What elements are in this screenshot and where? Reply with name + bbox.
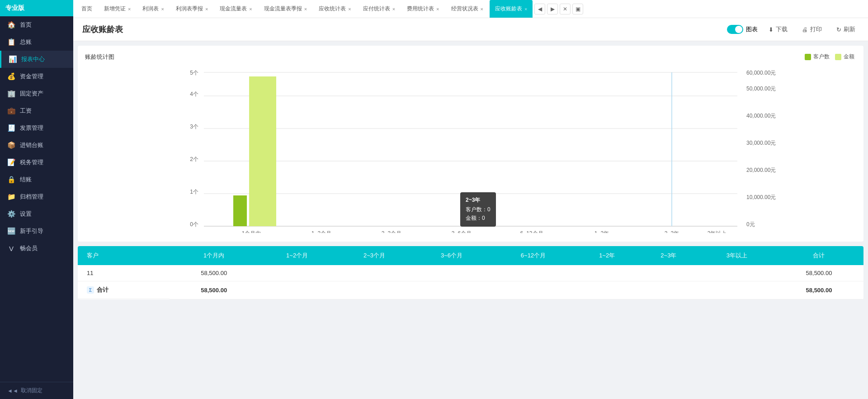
sidebar-item-assets[interactable]: 🏢固定资产: [0, 85, 73, 102]
th-1m: 1个月内: [170, 246, 259, 265]
download-btn[interactable]: ⬇ 下载: [765, 24, 791, 35]
sidebar-item-invoice[interactable]: 🧾发票管理: [0, 119, 73, 137]
tab-close-icon[interactable]: ×: [205, 6, 208, 12]
svg-text:2个: 2个: [190, 156, 198, 162]
svg-text:1个: 1个: [190, 189, 198, 195]
sidebar-item-label: 报表中心: [21, 55, 45, 63]
tab-close-icon[interactable]: ×: [348, 6, 351, 12]
tab-profit[interactable]: 利润表×: [137, 0, 169, 18]
tab-cashflow[interactable]: 现金流量表×: [214, 0, 257, 18]
chart-legend: 客户数 金额: [805, 53, 854, 61]
svg-text:60,000.00元: 60,000.00元: [746, 70, 776, 76]
sidebar-item-vip[interactable]: V畅会员: [0, 240, 73, 257]
vip-icon: V: [7, 245, 15, 252]
tab-close-icon[interactable]: ×: [436, 6, 439, 12]
tab-close-icon[interactable]: ×: [249, 6, 252, 12]
invoice-icon: 🧾: [7, 124, 15, 132]
sidebar-item-label: 税务管理: [20, 158, 43, 166]
chart-area: 账龄统计图 客户数 金额 0个 1个 2个 3个 4个: [78, 46, 863, 242]
main-area: 首页新增凭证×利润表×利润表季报×现金流量表×现金流量表季报×应收统计表×应付统…: [73, 0, 868, 399]
table-total-row: Σ合计 58,500.00 58,500.00: [78, 281, 863, 299]
sidebar-item-archive[interactable]: 📁归档管理: [0, 188, 73, 205]
svg-text:3个: 3个: [190, 124, 198, 130]
th-12m: 1~2个月: [259, 246, 336, 265]
sidebar-item-label: 归档管理: [20, 193, 43, 201]
cell-total-label: Σ合计: [78, 281, 170, 299]
sidebar-item-inventory[interactable]: 📦进销台账: [0, 137, 73, 154]
svg-text:0元: 0元: [746, 221, 755, 228]
sidebar-item-guide[interactable]: 🆕新手引导: [0, 223, 73, 240]
tab-label: 经营状况表: [451, 5, 478, 13]
header-actions: 图表 ⬇ 下载 🖨 打印 ↻ 刷新: [727, 24, 859, 35]
cell-customer: 11: [78, 265, 170, 281]
tab-biz[interactable]: 经营状况表×: [446, 0, 489, 18]
tab-close-icon[interactable]: ×: [128, 6, 131, 12]
cell-12y: [576, 265, 638, 281]
sidebar-item-label: 设置: [20, 210, 32, 218]
sidebar-item-label: 资金管理: [20, 72, 43, 81]
content-area: 应收账龄表 图表 ⬇ 下载 🖨 打印 ↻ 刷新: [73, 18, 868, 399]
sidebar-item-closing[interactable]: 🔒结账: [0, 171, 73, 188]
tab-home[interactable]: 首页: [76, 0, 98, 18]
sidebar-item-home[interactable]: 🏠首页: [0, 16, 73, 33]
sidebar-item-label: 总账: [20, 38, 32, 46]
sidebar-item-tax[interactable]: 📝税务管理: [0, 154, 73, 171]
table-header-row: 客户 1个月内 1~2个月 2~3个月 3~6个月 6~12个月 1~2年 2~…: [78, 246, 863, 265]
ledger-icon: 📋: [7, 38, 15, 46]
tab-expense[interactable]: 费用统计表×: [401, 0, 444, 18]
tab-label: 利润表季报: [176, 5, 203, 13]
svg-text:3年以上: 3年以上: [708, 230, 727, 233]
tab-close-icon[interactable]: ×: [161, 6, 164, 12]
tab-close-icon[interactable]: ×: [304, 6, 307, 12]
svg-text:1~2年: 1~2年: [594, 230, 609, 233]
legend-customer: 客户数: [805, 53, 830, 61]
refresh-btn[interactable]: ↻ 刷新: [833, 24, 859, 35]
svg-text:50,000.00元: 50,000.00元: [746, 86, 776, 92]
guide-icon: 🆕: [7, 227, 15, 235]
tab-close-btn[interactable]: ✕: [560, 4, 571, 14]
tab-expand-btn[interactable]: ▣: [572, 4, 583, 14]
tab-cashflow-q[interactable]: 现金流量表季报×: [259, 0, 312, 18]
cell-total-23y: [638, 281, 699, 299]
sidebar-item-salary[interactable]: 💼工资: [0, 102, 73, 119]
tab-close-icon[interactable]: ×: [481, 6, 483, 12]
tab-next-btn[interactable]: ▶: [547, 4, 558, 14]
refresh-icon: ↻: [836, 26, 841, 33]
bar-1m-amount: [249, 76, 276, 226]
tab-voucher[interactable]: 新增凭证×: [99, 0, 136, 18]
inventory-icon: 📦: [7, 141, 15, 149]
sidebar: 专业版 🏠首页📋总账📊报表中心💰资金管理🏢固定资产💼工资🧾发票管理📦进销台账📝税…: [0, 0, 73, 399]
table-row: 11 58,500.00 58,500.00: [78, 265, 863, 281]
cell-total: 58,500.00: [774, 265, 863, 281]
sidebar-item-settings[interactable]: ⚙️设置: [0, 205, 73, 223]
home-icon: 🏠: [7, 21, 15, 29]
tab-prev-btn[interactable]: ◀: [534, 4, 545, 14]
tab-ap-stat[interactable]: 应付统计表×: [358, 0, 401, 18]
tab-close-icon[interactable]: ×: [392, 6, 395, 12]
salary-icon: 💼: [7, 107, 15, 115]
sidebar-toggle-pin[interactable]: ◄◄ 取消固定: [0, 382, 73, 399]
sum-icon: Σ: [87, 286, 94, 294]
chart-toggle[interactable]: [727, 25, 743, 34]
sidebar-item-reports[interactable]: 📊报表中心: [0, 51, 73, 68]
funds-icon: 💰: [7, 72, 15, 81]
tab-profit-q[interactable]: 利润表季报×: [170, 0, 213, 18]
tab-ar-stat[interactable]: 应收统计表×: [313, 0, 356, 18]
sidebar-item-funds[interactable]: 💰资金管理: [0, 68, 73, 85]
cell-total-total: 58,500.00: [774, 281, 863, 299]
print-icon: 🖨: [802, 26, 808, 33]
bar-1m-customer: [233, 195, 247, 226]
chart-svg: 0个 1个 2个 3个 4个 5个 0元 10,000.00元 20,000.0…: [85, 66, 856, 233]
svg-text:2~3年: 2~3年: [665, 230, 679, 233]
page-title: 应收账龄表: [82, 24, 123, 35]
svg-text:5个: 5个: [190, 70, 198, 76]
svg-text:2~3个月: 2~3个月: [382, 230, 401, 233]
print-btn[interactable]: 🖨 打印: [798, 24, 826, 35]
sidebar-item-label: 新手引导: [20, 227, 43, 235]
tab-label: 利润表: [142, 5, 159, 13]
tab-ar-aging[interactable]: 应收账龄表×: [490, 0, 533, 18]
tab-close-icon[interactable]: ×: [524, 6, 527, 12]
tab-label: 现金流量表: [220, 5, 247, 13]
sidebar-item-ledger[interactable]: 📋总账: [0, 33, 73, 51]
tax-icon: 📝: [7, 158, 15, 166]
